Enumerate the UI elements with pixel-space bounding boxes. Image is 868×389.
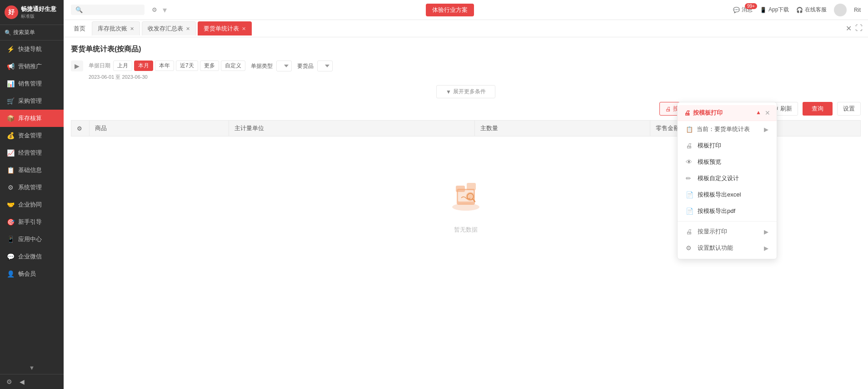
expand-down-icon: ▼ bbox=[446, 89, 451, 95]
dropdown-item-template-print[interactable]: 🖨 模板打印 bbox=[678, 137, 777, 154]
demand-goods-label: 要货品 bbox=[297, 62, 314, 70]
gear-col-icon[interactable]: ⚙ bbox=[77, 125, 82, 132]
demand-goods-select[interactable] bbox=[317, 61, 333, 71]
settings-btn[interactable]: 设置 bbox=[837, 102, 861, 116]
tab-receivable-summary[interactable]: 收发存汇总表 ✕ bbox=[142, 21, 196, 35]
topbar-right: 💬 消息 99+ 📱 App下载 🎧 在线客服 Rit bbox=[733, 4, 861, 16]
dropdown-item-template-custom[interactable]: ✏ 模板自定义设计 bbox=[678, 170, 777, 187]
sidebar-item-member[interactable]: 👤 畅会员 bbox=[0, 265, 64, 283]
topbar-gear-icon[interactable]: ⚙ bbox=[152, 6, 157, 13]
sidebar-item-operations[interactable]: 📈 经营管理 bbox=[0, 144, 64, 162]
expand-more-btn[interactable]: ▼ 展开更多条件 bbox=[436, 85, 495, 98]
close-tab-stock-batch[interactable]: ✕ bbox=[130, 26, 134, 32]
scroll-down-btn[interactable]: ▼ bbox=[0, 362, 64, 374]
dropdown-item-template-pdf[interactable]: 📄 按模板导出pdf bbox=[678, 203, 777, 219]
sidebar-item-app-center[interactable]: 📱 应用中心 bbox=[0, 231, 64, 248]
message-btn[interactable]: 💬 消息 99+ bbox=[733, 6, 753, 14]
dropdown-title: 🖨 按模板打印 bbox=[684, 109, 723, 117]
sidebar-item-purchase[interactable]: 🛒 采购管理 bbox=[0, 92, 64, 110]
table-header-unit: 主计量单位 bbox=[229, 121, 475, 136]
app-download-btn[interactable]: 📱 App下载 bbox=[760, 6, 789, 14]
date-btn-this-month[interactable]: 本月 bbox=[134, 61, 153, 71]
tab-demand-stats[interactable]: 要货单统计表 ✕ bbox=[198, 21, 252, 35]
close-tab-demand[interactable]: ✕ bbox=[242, 26, 246, 32]
sidebar-item-guide[interactable]: 🎯 新手引导 bbox=[0, 213, 64, 231]
trial-button[interactable]: 体验行业方案 bbox=[426, 4, 474, 16]
sidebar-search-area[interactable]: 🔍 搜索菜单 bbox=[0, 25, 64, 40]
submenu-arrow-icon: ▶ bbox=[764, 228, 768, 235]
headset-icon: 🎧 bbox=[796, 7, 803, 13]
dropdown-arrow-btn[interactable]: ▲ bbox=[756, 109, 761, 116]
filter-bar: ▶ 单据日期 上月 本月 本年 近7天 更多 自定义 2023-06-01 bbox=[71, 61, 861, 81]
message-icon: 💬 bbox=[733, 7, 740, 13]
system-icon: ⚙ bbox=[6, 183, 15, 192]
topbar-search-box[interactable]: 🔍 bbox=[71, 5, 145, 15]
default-func-icon: ⚙ bbox=[686, 244, 693, 252]
fullscreen-btn[interactable]: ⛶ bbox=[855, 24, 863, 33]
dropdown-default-func[interactable]: ⚙ 设置默认功能 ▶ bbox=[678, 240, 777, 256]
finance-icon: 💰 bbox=[6, 131, 15, 140]
collapse-btn[interactable]: ◀ bbox=[20, 378, 25, 385]
sidebar-item-sales[interactable]: 📊 销售管理 bbox=[0, 75, 64, 92]
sidebar-item-stock[interactable]: 📦 库存核算 bbox=[0, 110, 64, 127]
sidebar-item-basics[interactable]: 📋 基础信息 bbox=[0, 162, 64, 179]
date-btn-this-year[interactable]: 本年 bbox=[155, 61, 174, 71]
topbar: 🔍 ⚙ ▾ 体验行业方案 💬 消息 99+ 📱 App下载 🎧 在线客服 Rit bbox=[64, 0, 868, 20]
date-btn-last-month[interactable]: 上月 bbox=[113, 61, 132, 71]
main-area: 🔍 ⚙ ▾ 体验行业方案 💬 消息 99+ 📱 App下载 🎧 在线客服 Rit bbox=[64, 0, 868, 389]
topbar-search-input[interactable] bbox=[85, 7, 140, 13]
quick-nav-icon: ⚡ bbox=[6, 45, 15, 53]
printer-icon: 🖨 bbox=[665, 106, 671, 112]
close-all-tabs-btn[interactable]: ✕ bbox=[846, 24, 852, 33]
demand-goods-filter: 要货品 bbox=[297, 61, 333, 71]
purchase-icon: 🛒 bbox=[6, 97, 15, 105]
date-btn-more[interactable]: 更多 bbox=[200, 61, 219, 71]
date-quick-btns: 上月 本月 本年 近7天 更多 自定义 bbox=[113, 61, 245, 71]
tab-stock-batch[interactable]: 库存批次账 ✕ bbox=[92, 21, 140, 35]
user-avatar[interactable] bbox=[834, 4, 847, 16]
dropdown-display-print[interactable]: 🖨 按显示打印 ▶ bbox=[678, 223, 777, 240]
app-version: 标准版 bbox=[21, 13, 56, 19]
empty-illustration bbox=[443, 173, 489, 218]
sidebar-item-wechat[interactable]: 💬 企业微信 bbox=[0, 248, 64, 265]
empty-text: 暂无数据 bbox=[454, 226, 478, 234]
download-icon: 📱 bbox=[760, 7, 767, 13]
filter-expand-icon-btn[interactable]: ▶ bbox=[71, 61, 83, 71]
sidebar-nav: ⚡ 快捷导航 📢 营销推广 📊 销售管理 🛒 采购管理 📦 库存核算 💰 资金管… bbox=[0, 40, 64, 362]
content-area: 要货单统计表(按商品) ▶ 单据日期 上月 本月 本年 近7天 更多 自定义 bbox=[64, 37, 868, 389]
date-btn-custom[interactable]: 自定义 bbox=[221, 61, 245, 71]
sidebar-item-finance[interactable]: 💰 资金管理 bbox=[0, 127, 64, 144]
page-title: 要货单统计表(按商品) bbox=[71, 45, 861, 54]
user-name: Rit bbox=[854, 7, 861, 13]
dropdown-close-btn[interactable]: ✕ bbox=[765, 109, 770, 116]
logo-icon: 好 bbox=[5, 5, 18, 19]
sidebar-item-enterprise[interactable]: 🤝 企业协同 bbox=[0, 196, 64, 213]
query-btn[interactable]: 查询 bbox=[803, 102, 833, 116]
print-dropdown-menu: 🖨 按模板打印 ▲ ✕ 📋 当前：要货单统计表 ▶ 🖨 模板打印 bbox=[677, 102, 777, 259]
sidebar-item-quick-nav[interactable]: ⚡ 快捷导航 bbox=[0, 40, 64, 58]
template-custom-icon: ✏ bbox=[686, 175, 693, 182]
sidebar-bottom: ⚙ ◀ bbox=[0, 374, 64, 389]
dropdown-current-template[interactable]: 📋 当前：要货单统计表 ▶ bbox=[678, 121, 777, 137]
online-service-btn[interactable]: 🎧 在线客服 bbox=[796, 6, 827, 14]
order-type-select[interactable] bbox=[276, 61, 292, 71]
tab-home[interactable]: 首页 bbox=[69, 22, 90, 35]
search-menu-btn[interactable]: 🔍 搜索菜单 bbox=[5, 29, 59, 36]
sidebar-item-marketing[interactable]: 📢 营销推广 bbox=[0, 58, 64, 75]
settings-bottom-btn[interactable]: ⚙ bbox=[6, 378, 12, 385]
logo-text: 畅捷通好生意 标准版 bbox=[21, 5, 56, 19]
date-filter-section: 单据日期 上月 本月 本年 近7天 更多 自定义 2023-06-01 至 20… bbox=[89, 61, 245, 81]
tabbar-actions: ✕ ⛶ bbox=[846, 24, 863, 33]
dropdown-print-icon: 🖨 bbox=[684, 109, 690, 116]
template-print-icon: 🖨 bbox=[686, 142, 693, 149]
date-btn-7days[interactable]: 近7天 bbox=[176, 61, 198, 71]
svg-rect-6 bbox=[456, 186, 465, 192]
sales-icon: 📊 bbox=[6, 80, 15, 88]
close-tab-receivable[interactable]: ✕ bbox=[186, 26, 190, 32]
dropdown-item-template-excel[interactable]: 📄 按模板导出excel bbox=[678, 187, 777, 203]
sidebar-item-system[interactable]: ⚙ 系统管理 bbox=[0, 179, 64, 196]
expand-more-bar: ▼ 展开更多条件 bbox=[71, 85, 861, 98]
table-header-quantity: 主数量 bbox=[475, 121, 650, 136]
dropdown-item-template-preview[interactable]: 👁 模板预览 bbox=[678, 154, 777, 170]
order-type-label: 单据类型 bbox=[251, 62, 273, 70]
